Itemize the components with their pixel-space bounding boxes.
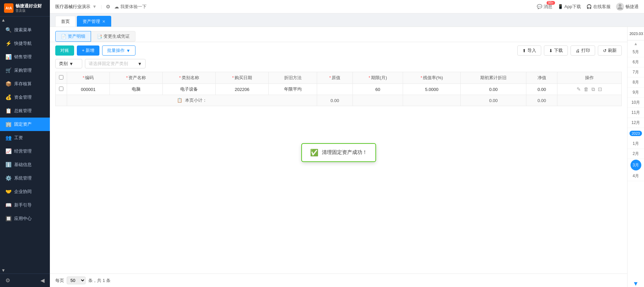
tab-asset-management[interactable]: 资产管理 ✕ bbox=[77, 16, 111, 27]
logo-text: 畅捷通好业财 普及版 bbox=[16, 3, 42, 13]
calendar-month-12[interactable]: 12月 bbox=[627, 118, 644, 128]
sidebar-item-sales[interactable]: 📊 销售管理 bbox=[0, 50, 50, 64]
finance-icon: 💰 bbox=[5, 94, 11, 100]
td-depreciation-method: 年限平均 bbox=[269, 84, 317, 95]
sidebar-item-search[interactable]: 🔍 搜索菜单 bbox=[0, 23, 50, 37]
category-type-filter[interactable]: 请选择固定资产类别 ▼ bbox=[85, 59, 146, 68]
svg-point-0 bbox=[619, 4, 621, 7]
content-main: 📄 资产明细 📑 变更生成凭证 对账 + 新增 批量操作 ▼ bbox=[50, 27, 627, 287]
td-checkbox bbox=[56, 84, 67, 95]
guide-icon: 📖 bbox=[5, 202, 11, 208]
import-btn[interactable]: ⬆ 导入 bbox=[517, 45, 541, 56]
toolbar-right: ⬆ 导入 ⬇ 下载 🖨 打印 ↺ 刷新 bbox=[517, 45, 622, 56]
calendar-scroll-up[interactable]: ▲ bbox=[627, 40, 644, 47]
category-label: 类别 bbox=[59, 61, 68, 67]
app-download-btn[interactable]: 📱 App下载 bbox=[558, 4, 581, 10]
refresh-icon: ↺ bbox=[603, 48, 607, 53]
settings-icon[interactable]: ⚙ bbox=[5, 277, 10, 284]
sidebar-item-guide[interactable]: 📖 新手引导 bbox=[0, 198, 50, 212]
page-size-select[interactable]: 50 100 bbox=[67, 277, 86, 284]
calendar-month-6[interactable]: 6月 bbox=[627, 57, 644, 67]
sidebar-item-ledger[interactable]: 📋 总账管理 bbox=[0, 104, 50, 118]
th-purchase-date: *购买日期 bbox=[216, 72, 269, 84]
batch-btn[interactable]: 批量操作 ▼ bbox=[102, 45, 135, 56]
calendar-month-7[interactable]: 7月 bbox=[627, 67, 644, 77]
tab-home[interactable]: 首页 bbox=[55, 16, 75, 27]
refresh-btn[interactable]: ↺ 刷新 bbox=[598, 45, 622, 56]
calendar-scroll-down[interactable]: ▼ bbox=[627, 280, 644, 287]
sidebar-item-finance[interactable]: 💰 资金管理 bbox=[0, 91, 50, 104]
calendar-month-8[interactable]: 8月 bbox=[627, 77, 644, 88]
row-checkbox[interactable] bbox=[59, 87, 63, 91]
more-icon[interactable]: ⊡ bbox=[598, 86, 602, 92]
company-dropdown-icon: ▼ bbox=[92, 4, 97, 9]
system-icon: ⚙️ bbox=[5, 175, 11, 181]
download-label: 下载 bbox=[554, 47, 563, 54]
subtotal-initial-depreciation: 0.00 bbox=[461, 95, 526, 106]
sidebar-scroll-up[interactable]: ▲ bbox=[0, 17, 7, 23]
new-btn[interactable]: + 新增 bbox=[77, 45, 99, 56]
sidebar-item-label: 采购管理 bbox=[14, 67, 32, 73]
sidebar-item-label: 应用中心 bbox=[14, 216, 32, 222]
select-all-checkbox[interactable] bbox=[59, 75, 63, 79]
sidebar-item-purchase[interactable]: 🛒 采购管理 bbox=[0, 64, 50, 77]
sidebar-item-label: 库存核算 bbox=[14, 81, 32, 87]
account-label: 对账 bbox=[60, 47, 69, 54]
calendar-month-3-active[interactable]: 3月 bbox=[631, 160, 641, 170]
print-icon: 🖨 bbox=[576, 48, 580, 53]
sidebar-item-operations[interactable]: 📈 经营管理 bbox=[0, 145, 50, 158]
action-icons: ✎ 🗑 ⧉ ⊡ bbox=[561, 86, 618, 92]
sidebar-menu: 🔍 搜索菜单 ⚡ 快捷导航 📊 销售管理 🛒 采购管理 📦 库存核算 💰 资金管… bbox=[0, 23, 50, 267]
sidebar-item-system[interactable]: ⚙️ 系统管理 bbox=[0, 171, 50, 185]
total-label: 条，共 1 条 bbox=[88, 278, 111, 284]
print-btn[interactable]: 🖨 打印 bbox=[571, 45, 595, 56]
sub-tab-voucher-gen[interactable]: 📑 变更生成凭证 bbox=[91, 31, 135, 42]
content-area: 📄 资产明细 📑 变更生成凭证 对账 + 新增 批量操作 ▼ bbox=[50, 27, 644, 287]
sidebar-item-payroll[interactable]: 👥 工资 bbox=[0, 131, 50, 145]
calendar-month-4[interactable]: 4月 bbox=[627, 171, 644, 181]
td-residual-rate: 5.0000 bbox=[403, 84, 461, 95]
account-btn[interactable]: 对账 bbox=[55, 45, 74, 56]
calendar-month-5[interactable]: 5月 bbox=[627, 47, 644, 57]
th-asset-name: *资产名称 bbox=[110, 72, 162, 84]
topbar: 医疗器械行业演示 ▼ | ⚙ ☁ 我要体验一下 💬 消息 99+ 📱 App下载… bbox=[50, 0, 644, 13]
company-selector[interactable]: 医疗器械行业演示 ▼ bbox=[55, 4, 97, 10]
online-service-btn[interactable]: 🎧 在线客服 bbox=[586, 4, 611, 10]
sub-tab-asset-detail[interactable]: 📄 资产明细 bbox=[55, 31, 91, 42]
sidebar-scroll-down[interactable]: ▼ bbox=[0, 267, 7, 274]
table-wrap[interactable]: *编码 *资产名称 *类别名称 *购买日期 折旧方法 *原值 *期限(月) *残… bbox=[50, 72, 627, 274]
download-btn[interactable]: ⬇ 下载 bbox=[544, 45, 568, 56]
settings-gear-icon[interactable]: ⚙ bbox=[106, 4, 110, 10]
delete-icon[interactable]: 🗑 bbox=[584, 86, 589, 92]
asset-detail-icon: 📄 bbox=[61, 34, 66, 39]
sidebar-item-label: 经营管理 bbox=[14, 148, 32, 154]
th-period-months: *期限(月) bbox=[353, 72, 403, 84]
sidebar: AtA 畅捷通好业财 普及版 ▲ 🔍 搜索菜单 ⚡ 快捷导航 📊 销售管理 🛒 … bbox=[0, 0, 50, 287]
search-icon: 🔍 bbox=[5, 27, 11, 33]
calendar-month-1[interactable]: 1月 bbox=[627, 139, 644, 149]
category-filter[interactable]: 类别 ▼ bbox=[55, 59, 82, 68]
sidebar-item-quick-nav[interactable]: ⚡ 快捷导航 bbox=[0, 37, 50, 50]
edit-icon[interactable]: ✎ bbox=[577, 86, 581, 92]
calendar-month-10[interactable]: 10月 bbox=[627, 98, 644, 108]
tabs-bar: 首页 资产管理 ✕ bbox=[50, 13, 644, 27]
sidebar-item-basic-info[interactable]: ℹ️ 基础信息 bbox=[0, 158, 50, 171]
enterprise-icon: 🤝 bbox=[5, 189, 11, 195]
experience-btn[interactable]: ☁ 我要体验一下 bbox=[114, 4, 147, 10]
tab-close-icon[interactable]: ✕ bbox=[102, 19, 105, 24]
th-residual-rate: *残值率(%) bbox=[403, 72, 461, 84]
copy-icon[interactable]: ⧉ bbox=[591, 86, 595, 92]
user-menu[interactable]: 畅捷通 bbox=[616, 3, 639, 11]
sidebar-item-fixed-assets[interactable]: 🏢 固定资产 bbox=[0, 118, 50, 131]
sidebar-item-inventory[interactable]: 📦 库存核算 bbox=[0, 77, 50, 91]
collapse-icon[interactable]: ◀ bbox=[40, 277, 44, 284]
purchase-icon: 🛒 bbox=[5, 67, 11, 73]
message-btn[interactable]: 💬 消息 99+ bbox=[537, 4, 552, 10]
sidebar-item-app-center[interactable]: 🔲 应用中心 bbox=[0, 212, 50, 225]
sidebar-item-enterprise[interactable]: 🤝 企业协同 bbox=[0, 185, 50, 198]
calendar-month-11[interactable]: 11月 bbox=[627, 108, 644, 118]
user-avatar bbox=[616, 3, 624, 11]
calendar-month-2[interactable]: 2月 bbox=[627, 149, 644, 159]
company-name: 医疗器械行业演示 bbox=[55, 4, 90, 10]
calendar-month-9[interactable]: 9月 bbox=[627, 88, 644, 98]
